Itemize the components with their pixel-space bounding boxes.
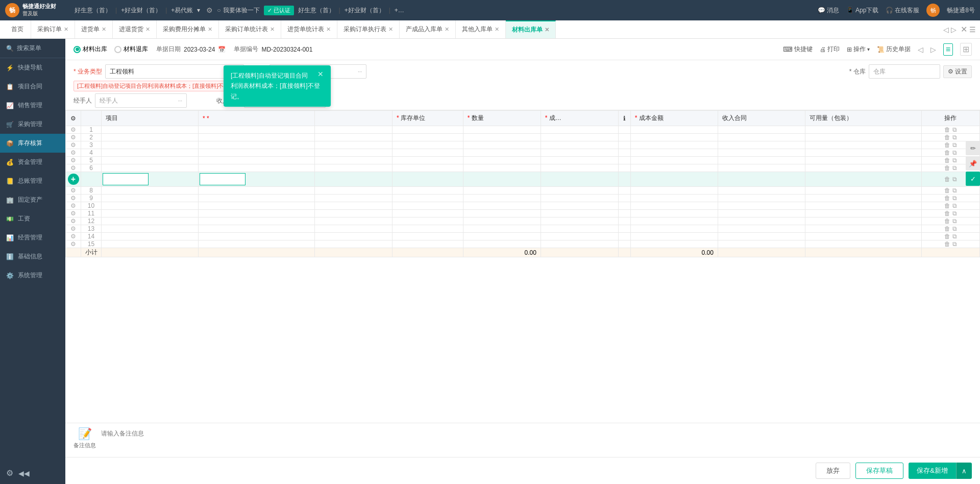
copy-row-btn[interactable]: ⧉	[952, 217, 957, 225]
tab-close-exec[interactable]: ✕	[388, 26, 393, 33]
delete-row-btn[interactable]: 🗑	[944, 217, 950, 225]
sidebar-item-kuaijie[interactable]: ⚡ 快捷导航	[0, 58, 65, 77]
copy-row-btn[interactable]: ⧉	[952, 164, 957, 172]
copy-row-btn[interactable]: ⧉	[952, 126, 957, 133]
list-view-btn[interactable]: ≡	[943, 43, 953, 56]
row-settings-icon[interactable]: ⚙	[70, 141, 76, 149]
sidebar-item-salary[interactable]: 💵 工资	[0, 209, 65, 228]
tab-bar-next[interactable]: ▷	[951, 26, 957, 34]
active-row-material-input[interactable]	[200, 173, 246, 185]
sidebar-item-assets[interactable]: 🏢 固定资产	[0, 190, 65, 209]
delete-row-btn[interactable]: 🗑	[944, 164, 950, 172]
delete-row-btn[interactable]: 🗑	[944, 202, 950, 209]
delete-row-btn[interactable]: 🗑	[944, 233, 950, 240]
delete-row-btn[interactable]: 🗑	[944, 141, 950, 149]
operation-btn[interactable]: ⊞ 操作 ▾	[847, 45, 870, 54]
history-btn[interactable]: 📜 历史单据	[877, 45, 911, 54]
sidebar-item-sales[interactable]: 📈 销售管理	[0, 96, 65, 115]
tab-purchase-exec[interactable]: 采购订单执行表✕	[337, 20, 400, 39]
try-btn[interactable]: ○ 我要体验一下	[217, 6, 259, 15]
grid-view-btn[interactable]: ⊞	[960, 43, 972, 56]
copy-row-btn[interactable]: ⧉	[952, 149, 957, 156]
sidebar-item-system[interactable]: ⚙️ 系统管理	[0, 266, 65, 285]
row-settings-icon[interactable]: ⚙	[70, 164, 76, 172]
user-avatar[interactable]: 畅	[926, 4, 940, 17]
sidebar-item-purchase[interactable]: 🛒 采购管理	[0, 115, 65, 134]
col-settings-header[interactable]: ⚙	[66, 111, 81, 126]
delete-row-btn[interactable]: 🗑	[944, 187, 950, 194]
tab-close-product[interactable]: ✕	[445, 26, 449, 33]
add-row-btn[interactable]: +	[68, 174, 79, 185]
radio-material-back[interactable]: 材料退库	[114, 45, 148, 54]
prev-doc-btn[interactable]: ◁	[918, 45, 923, 54]
tab-close-incoming[interactable]: ✕	[102, 26, 106, 33]
sidebar-item-mgmt[interactable]: 📊 经营管理	[0, 228, 65, 247]
nav-more-etc[interactable]: +…	[395, 7, 404, 14]
settings-btn[interactable]: ⚙ 设置	[943, 65, 972, 78]
row-settings-icon[interactable]: ⚙	[70, 210, 76, 217]
discard-btn[interactable]: 放弃	[816, 463, 850, 479]
nav-more-haoshengyi[interactable]: 好生意（首）	[298, 6, 335, 15]
delete-active-row-btn[interactable]: 🗑	[944, 176, 950, 183]
delete-row-btn[interactable]: 🗑	[944, 210, 950, 217]
row-settings-icon[interactable]: ⚙	[70, 202, 76, 209]
copy-row-btn[interactable]: ⧉	[952, 157, 957, 164]
sidebar-item-ledger[interactable]: 📒 总账管理	[0, 172, 65, 190]
tab-close-purchase[interactable]: ✕	[64, 26, 68, 33]
delete-row-btn[interactable]: 🗑	[944, 240, 950, 248]
right-icon-green[interactable]: ✓	[966, 172, 980, 186]
tab-close-incoming-stats[interactable]: ✕	[326, 26, 331, 33]
tab-bar-menu[interactable]: ☰	[969, 26, 976, 34]
tab-purchase-order[interactable]: 采购订单✕	[31, 20, 75, 39]
sidebar-item-inventory[interactable]: 📦 库存核算	[0, 134, 65, 153]
tab-close-other[interactable]: ✕	[495, 26, 499, 33]
copy-row-btn[interactable]: ⧉	[952, 233, 957, 240]
copy-row-btn[interactable]: ⧉	[952, 202, 957, 209]
nav-settings-icon[interactable]: ⚙	[206, 6, 213, 14]
notes-input[interactable]	[101, 427, 972, 453]
copy-row-btn[interactable]: ⧉	[952, 225, 957, 232]
sidebar-collapse-btn[interactable]: ◀◀	[18, 469, 30, 477]
row-settings-icon[interactable]: ⚙	[70, 240, 76, 248]
tooltip-close-btn[interactable]: ✕	[317, 70, 324, 78]
row-settings-icon[interactable]: ⚙	[70, 195, 76, 202]
delete-row-btn[interactable]: 🗑	[944, 195, 950, 202]
sidebar-settings-btn[interactable]: ⚙	[6, 468, 13, 478]
copy-row-btn[interactable]: ⧉	[952, 141, 957, 149]
tab-other-instock[interactable]: 其他入库单✕	[456, 20, 506, 39]
row-settings-icon[interactable]: ⚙	[70, 157, 76, 164]
message-btn[interactable]: 💬消息	[818, 6, 839, 15]
tab-bar-close-all[interactable]: ✕	[961, 25, 967, 34]
row-settings-icon[interactable]: ⚙	[70, 217, 76, 225]
sidebar-item-project[interactable]: 📋 项目合同	[0, 77, 65, 96]
tab-material-outstock[interactable]: 材料出库单✕	[506, 20, 556, 39]
save-new-main-btn[interactable]: 保存&新增	[909, 463, 956, 479]
row-settings-icon[interactable]: ⚙	[70, 187, 76, 194]
date-value[interactable]: 2023-03-24	[184, 46, 215, 53]
copy-row-btn[interactable]: ⧉	[952, 195, 957, 202]
tab-purchase-stats[interactable]: 采购订单统计表✕	[219, 20, 281, 39]
shortcut-key-btn[interactable]: ⌨ 快捷键	[783, 45, 813, 54]
right-icon-edit[interactable]: ✏	[966, 141, 980, 155]
copy-row-btn[interactable]: ⧉	[952, 187, 957, 194]
tab-close-stats[interactable]: ✕	[270, 26, 275, 33]
row-settings-icon[interactable]: ⚙	[70, 149, 76, 156]
calendar-icon[interactable]: 📅	[218, 46, 226, 53]
delete-row-btn[interactable]: 🗑	[944, 149, 950, 156]
nav-more-haoyecai[interactable]: +好业财（首）	[345, 6, 385, 15]
sidebar-item-basic[interactable]: ℹ️ 基础信息	[0, 247, 65, 266]
tab-product-instock[interactable]: 产成品入库单✕	[400, 20, 456, 39]
doc-num-value[interactable]: MD-20230324-001	[261, 46, 312, 53]
copy-row-btn[interactable]: ⧉	[952, 134, 957, 141]
row-settings-icon[interactable]: ⚙	[70, 225, 76, 232]
copy-active-row-btn[interactable]: ⧉	[952, 176, 957, 183]
online-service-btn[interactable]: 🎧在线客服	[886, 6, 919, 15]
tab-incoming-stats[interactable]: 进货单统计表✕	[281, 20, 337, 39]
nav-dropdown-arrow[interactable]: ▾	[197, 7, 200, 14]
sidebar-search[interactable]: 🔍 搜索菜单	[0, 39, 65, 58]
radio-material-out[interactable]: 材料出库	[74, 45, 107, 54]
row-settings-icon[interactable]: ⚙	[70, 134, 76, 141]
tab-close-material[interactable]: ✕	[545, 27, 549, 33]
row-settings-icon[interactable]: ⚙	[70, 233, 76, 240]
tab-close-return[interactable]: ✕	[145, 26, 150, 33]
